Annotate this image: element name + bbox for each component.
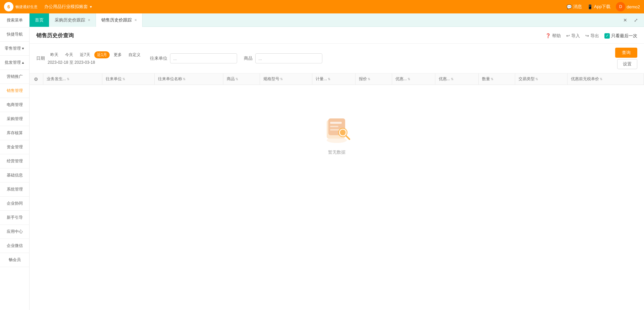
date-buttons: 昨天 今天 近7天 近1月 更多 自定义 [48, 51, 143, 58]
sort-icon: ⇅ [280, 77, 283, 81]
help-button[interactable]: ❓ 帮助 [545, 33, 561, 39]
sidebar-item-sales[interactable]: 销售管理 [0, 84, 29, 98]
sidebar-item-purchase[interactable]: 采购管理 [0, 112, 29, 126]
only-last-label: 只看最后一次 [611, 33, 637, 39]
tab-home[interactable]: 首页 [30, 13, 49, 27]
tab-sales[interactable]: 销售历史价跟踪 × [96, 13, 143, 27]
th-settings[interactable]: ⚙ [30, 73, 43, 85]
sidebar-item-apps[interactable]: 应用中心 [0, 225, 29, 239]
import-icon: ↩ [566, 33, 570, 38]
app-selector[interactable]: 办公用品行业模拟账套 ▼ [44, 4, 93, 10]
th-discount1[interactable]: 优惠... ⇅ [392, 73, 435, 85]
user-area[interactable]: D demo2 [616, 2, 640, 11]
date-range-display: 2023-02-18 至 2023-03-18 [48, 60, 143, 65]
date-filter-label: 日期 [36, 55, 45, 61]
top-bar: 6 畅捷通好生意 办公用品行业模拟账套 ▼ 💬 消息 📱 App下载 D dem… [0, 0, 644, 13]
filter-action-area: 查询 设置 [615, 48, 637, 69]
data-table: ⚙ 业务发生... ⇅ 往来单位 [30, 73, 644, 85]
tab-bar: 首页 采购历史价跟踪 × 销售历史价跟踪 × ✕ ⤢ [30, 13, 644, 27]
message-button[interactable]: 💬 消息 [567, 4, 582, 10]
query-button[interactable]: 查询 [615, 48, 637, 58]
chevron-up-icon: ▲ [21, 61, 25, 64]
app-selector-text: 办公用品行业模拟账套 [44, 4, 88, 10]
export-button[interactable]: ↪ 导出 [585, 33, 599, 39]
sidebar-item-wechat[interactable]: 企业微信 [0, 239, 29, 253]
date-btn-1month[interactable]: 近1月 [94, 51, 110, 58]
sidebar-item-system[interactable]: 系统管理 [0, 183, 29, 197]
tab-sales-close[interactable]: × [135, 18, 137, 22]
sort-icon: ⇅ [368, 77, 370, 81]
logo-icon: 6 [4, 2, 13, 11]
gear-icon[interactable]: ⚙ [34, 76, 38, 82]
th-unit[interactable]: 计量... ⇅ [312, 73, 356, 85]
sidebar-item-search[interactable]: 搜索菜单 [0, 13, 29, 28]
th-partner-name[interactable]: 往来单位名称 ⇅ [155, 73, 223, 85]
empty-icon [320, 112, 354, 145]
th-trade-type[interactable]: 交易类型 ⇅ [515, 73, 568, 85]
partner-filter-label: 往来单位 [150, 55, 167, 61]
svg-rect-3 [330, 122, 342, 124]
date-btn-today[interactable]: 今天 [62, 51, 76, 58]
sort-icon: ⇅ [451, 77, 453, 81]
tab-purchase-label: 采购历史价跟踪 [55, 17, 85, 23]
sort-icon: ⇅ [183, 77, 185, 81]
app-download-button[interactable]: 📱 App下载 [587, 4, 610, 10]
logo-text: 畅捷通好生意 [15, 4, 38, 9]
page-content: 销售历史价查询 ❓ 帮助 ↩ 导入 ↪ 导出 ✓ [30, 27, 644, 310]
empty-text: 暂无数据 [328, 149, 345, 155]
sort-icon: ⇅ [235, 77, 238, 81]
partner-filter-group: 往来单位 ... [150, 53, 237, 63]
tab-purchase-close[interactable]: × [88, 18, 90, 22]
sidebar-item-operations[interactable]: 经营管理 [0, 154, 29, 168]
th-quote[interactable]: 报价 ⇅ [355, 73, 392, 85]
th-qty[interactable]: 数量 ⇅ [478, 73, 515, 85]
sidebar-item-marketing[interactable]: 营销推广 [0, 70, 29, 84]
sidebar-item-membership[interactable]: 畅会员 [0, 253, 29, 267]
product-filter-group: 商品 ... [244, 53, 322, 63]
partner-input-dots: ... [173, 56, 177, 61]
filter-area: 日期 昨天 今天 近7天 近1月 更多 自定义 2023-02-18 至 202… [30, 44, 644, 73]
main-layout: 搜索菜单 快捷导航 零售管理 ▼ 批发管理 ▲ 营销推广 销售管理 电商管理 采… [0, 13, 644, 310]
import-button[interactable]: ↩ 导入 [566, 33, 580, 39]
sort-icon: ⇅ [535, 77, 538, 81]
date-filter-group: 日期 昨天 今天 近7天 近1月 更多 自定义 2023-02-18 至 202… [36, 51, 143, 65]
sidebar-item-guide[interactable]: 新手引导 [0, 211, 29, 225]
svg-rect-4 [330, 126, 338, 127]
table-container: ⚙ 业务发生... ⇅ 往来单位 [30, 73, 644, 182]
partner-input[interactable]: ... [170, 53, 237, 63]
date-btn-more[interactable]: 更多 [111, 51, 124, 58]
svg-rect-5 [330, 129, 340, 131]
empty-state: 暂无数据 [30, 85, 644, 182]
th-spec[interactable]: 规格型号 ⇅ [260, 73, 312, 85]
content-area: 首页 采购历史价跟踪 × 销售历史价跟踪 × ✕ ⤢ 销售历史价查询 [30, 13, 644, 310]
export-label: 导出 [590, 33, 599, 39]
only-last-checkbox[interactable]: ✓ 只看最后一次 [604, 33, 637, 39]
sidebar-item-enterprise[interactable]: 企业协同 [0, 197, 29, 211]
product-input[interactable]: ... [255, 53, 322, 63]
import-label: 导入 [571, 33, 580, 39]
date-btn-yesterday[interactable]: 昨天 [48, 51, 61, 58]
maximize-button[interactable]: ⤢ [632, 16, 640, 24]
close-window-button[interactable]: ✕ [621, 16, 629, 24]
page-title: 销售历史价查询 [36, 32, 74, 39]
date-btn-custom[interactable]: 自定义 [126, 51, 143, 58]
sidebar-item-shortcut[interactable]: 快捷导航 [0, 28, 29, 42]
sidebar-item-wholesale[interactable]: 批发管理 ▲ [0, 56, 29, 70]
page-header: 销售历史价查询 ❓ 帮助 ↩ 导入 ↪ 导出 ✓ [30, 27, 644, 44]
th-biz-date[interactable]: 业务发生... ⇅ [43, 73, 102, 85]
sidebar-item-retail[interactable]: 零售管理 ▼ [0, 42, 29, 56]
sidebar-item-finance[interactable]: 资金管理 [0, 140, 29, 154]
sidebar-item-basic[interactable]: 基础信息 [0, 168, 29, 183]
date-btn-7days[interactable]: 近7天 [77, 51, 93, 58]
help-icon: ❓ [545, 33, 551, 38]
th-discount2[interactable]: 优惠... ⇅ [435, 73, 478, 85]
checkbox-icon: ✓ [604, 33, 610, 39]
sidebar-item-inventory[interactable]: 库存核算 [0, 126, 29, 140]
th-partner[interactable]: 往来单位 ⇅ [102, 73, 155, 85]
tab-purchase[interactable]: 采购历史价跟踪 × [49, 13, 96, 27]
th-product[interactable]: 商品 ⇅ [223, 73, 260, 85]
th-pre-tax-price[interactable]: 优惠前无税单价 ⇅ [568, 73, 644, 85]
sidebar-item-ecommerce[interactable]: 电商管理 [0, 98, 29, 112]
settings-button[interactable]: 设置 [617, 59, 637, 69]
top-bar-right: 💬 消息 📱 App下载 D demo2 [567, 2, 640, 11]
